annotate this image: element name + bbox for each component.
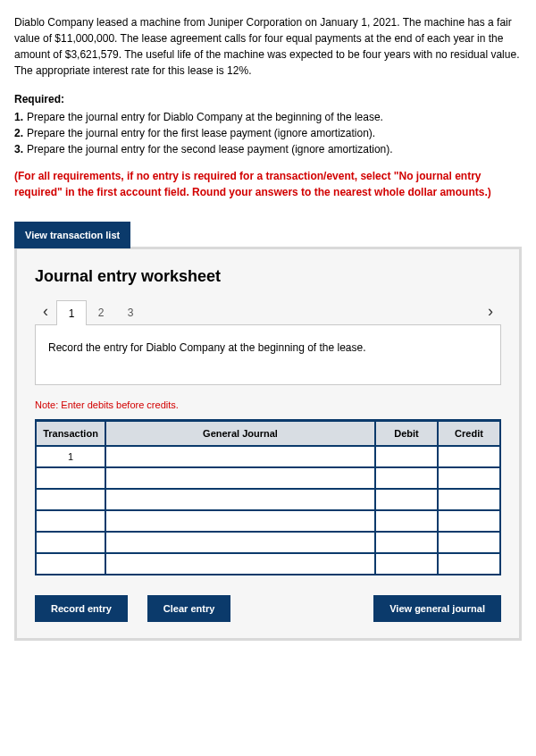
cell-debit[interactable] bbox=[375, 446, 438, 467]
note-debits-before-credits: Note: Enter debits before credits. bbox=[35, 399, 501, 410]
table-row bbox=[36, 489, 500, 510]
cell-general-journal[interactable] bbox=[105, 467, 375, 489]
pager-prev-icon[interactable]: ‹ bbox=[35, 298, 56, 324]
requirement-2: 2. Prepare the journal entry for the fir… bbox=[14, 125, 522, 141]
cell-debit[interactable] bbox=[375, 553, 438, 575]
cell-credit[interactable] bbox=[438, 446, 500, 467]
requirements-block: Required: 1. Prepare the journal entry f… bbox=[14, 91, 522, 157]
pager-row: ‹ 1 2 3 › bbox=[35, 298, 501, 325]
table-header-row: Transaction General Journal Debit Credit bbox=[36, 421, 500, 447]
view-transaction-list-button[interactable]: View transaction list bbox=[14, 222, 130, 248]
req-num: 1. bbox=[14, 109, 23, 125]
journal-worksheet-panel: Journal entry worksheet ‹ 1 2 3 › Record… bbox=[14, 247, 522, 641]
requirement-3: 3. Prepare the journal entry for the sec… bbox=[14, 141, 522, 157]
problem-intro: Diablo Company leased a machine from Jun… bbox=[14, 14, 522, 79]
cell-credit[interactable] bbox=[438, 510, 500, 532]
cell-transaction-number bbox=[36, 510, 105, 532]
req-text: Prepare the journal entry for the second… bbox=[27, 141, 393, 157]
cell-transaction-number bbox=[36, 553, 105, 575]
pager-tab-2[interactable]: 2 bbox=[86, 300, 116, 325]
pager-tab-1[interactable]: 1 bbox=[56, 300, 87, 325]
col-header-credit: Credit bbox=[438, 421, 500, 447]
cell-transaction-number bbox=[36, 467, 105, 489]
worksheet-title: Journal entry worksheet bbox=[35, 267, 501, 286]
cell-transaction-number bbox=[36, 532, 105, 553]
table-row bbox=[36, 553, 500, 575]
cell-credit[interactable] bbox=[438, 553, 500, 575]
cell-credit[interactable] bbox=[438, 532, 500, 553]
cell-credit[interactable] bbox=[438, 467, 500, 489]
cell-credit[interactable] bbox=[438, 489, 500, 510]
cell-transaction-number: 1 bbox=[36, 446, 105, 467]
cell-general-journal[interactable] bbox=[105, 446, 375, 467]
cell-general-journal[interactable] bbox=[105, 489, 375, 510]
cell-general-journal[interactable] bbox=[105, 553, 375, 575]
table-row bbox=[36, 510, 500, 532]
record-entry-button[interactable]: Record entry bbox=[35, 595, 128, 622]
pager-tab-3[interactable]: 3 bbox=[115, 300, 146, 325]
pager-next-icon[interactable]: › bbox=[480, 298, 501, 324]
req-num: 2. bbox=[14, 125, 23, 141]
col-header-general-journal: General Journal bbox=[105, 421, 375, 447]
table-row bbox=[36, 467, 500, 489]
requirement-1: 1. Prepare the journal entry for Diablo … bbox=[14, 109, 522, 125]
col-header-debit: Debit bbox=[375, 421, 438, 447]
cell-general-journal[interactable] bbox=[105, 532, 375, 553]
cell-general-journal[interactable] bbox=[105, 510, 375, 532]
req-text: Prepare the journal entry for the first … bbox=[27, 125, 375, 141]
req-num: 3. bbox=[14, 141, 23, 157]
cell-debit[interactable] bbox=[375, 467, 438, 489]
transaction-description: Record the entry for Diablo Company at t… bbox=[35, 325, 501, 385]
red-instruction: (For all requirements, if no entry is re… bbox=[14, 168, 522, 200]
table-row bbox=[36, 532, 500, 553]
req-text: Prepare the journal entry for Diablo Com… bbox=[27, 109, 383, 125]
required-heading: Required: bbox=[14, 91, 522, 107]
spacer bbox=[250, 595, 354, 622]
action-row: Record entry Clear entry View general jo… bbox=[35, 595, 501, 622]
col-header-transaction: Transaction bbox=[36, 421, 105, 447]
clear-entry-button[interactable]: Clear entry bbox=[147, 595, 230, 622]
table-row: 1 bbox=[36, 446, 500, 467]
cell-transaction-number bbox=[36, 489, 105, 510]
journal-entry-table: Transaction General Journal Debit Credit… bbox=[35, 419, 501, 575]
cell-debit[interactable] bbox=[375, 489, 438, 510]
view-general-journal-button[interactable]: View general journal bbox=[373, 595, 501, 622]
cell-debit[interactable] bbox=[375, 532, 438, 553]
cell-debit[interactable] bbox=[375, 510, 438, 532]
